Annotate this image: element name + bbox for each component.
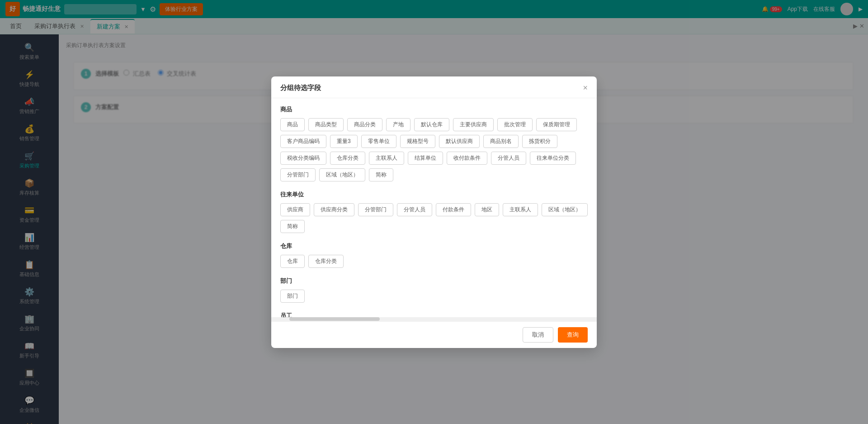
field-tag[interactable]: 分管部门 — [358, 203, 393, 216]
field-tag[interactable]: 付款条件 — [436, 203, 471, 216]
modal-footer: 取消 查询 — [271, 321, 597, 348]
field-tag[interactable]: 主要供应商 — [453, 118, 494, 131]
modal-close-button[interactable]: × — [583, 84, 588, 92]
field-tag[interactable]: 主联系人 — [503, 203, 538, 216]
field-tag[interactable]: 商品别名 — [483, 135, 519, 148]
field-tag[interactable]: 批次管理 — [497, 118, 533, 131]
field-tag[interactable]: 供应商 — [280, 203, 310, 216]
field-tag[interactable]: 商品类型 — [308, 118, 344, 131]
field-tag[interactable]: 主联系人 — [369, 152, 404, 165]
field-tag[interactable]: 仓库 — [280, 255, 305, 268]
field-tag[interactable]: 简称 — [280, 220, 305, 233]
field-tag[interactable]: 简称 — [369, 168, 393, 181]
field-tag[interactable]: 仓库分类 — [308, 255, 344, 268]
field-tag[interactable]: 保质期管理 — [536, 118, 577, 131]
field-tag[interactable]: 部门 — [280, 290, 305, 303]
cancel-button[interactable]: 取消 — [523, 327, 553, 343]
field-tag[interactable]: 规格型号 — [400, 135, 435, 148]
field-tag[interactable]: 区域（地区） — [542, 203, 588, 216]
field-tag[interactable]: 供应商分类 — [314, 203, 354, 216]
modal-overlay: 分组待选字段 × 商品 商品 商品类型 商品分类 产地 默认仓库 主要供应商 批… — [0, 0, 868, 424]
warehouse-fields: 仓库 仓库分类 — [280, 255, 588, 268]
field-tag[interactable]: 重量3 — [330, 135, 358, 148]
field-tag[interactable]: 商品分类 — [347, 118, 382, 131]
horizontal-scrollbar[interactable] — [271, 317, 597, 321]
field-tag[interactable]: 默认仓库 — [414, 118, 449, 131]
field-tag[interactable]: 仓库分类 — [330, 152, 365, 165]
field-tag[interactable]: 分管人员 — [397, 203, 432, 216]
field-tag[interactable]: 地区 — [475, 203, 499, 216]
product-fields: 商品 商品类型 商品分类 产地 默认仓库 主要供应商 批次管理 保质期管理 客户… — [280, 118, 588, 181]
field-tag[interactable]: 客户商品编码 — [280, 135, 326, 148]
modal-header: 分组待选字段 × — [271, 76, 597, 98]
modal-body: 商品 商品 商品类型 商品分类 产地 默认仓库 主要供应商 批次管理 保质期管理… — [271, 98, 597, 318]
field-tag[interactable]: 区域（地区） — [319, 168, 365, 181]
field-tag[interactable]: 产地 — [386, 118, 410, 131]
field-tag[interactable]: 零售单位 — [361, 135, 396, 148]
ok-button[interactable]: 查询 — [558, 327, 588, 343]
field-tag[interactable]: 税收分类编码 — [280, 152, 326, 165]
section-counterpart: 往来单位 供应商 供应商分类 分管部门 分管人员 付款条件 地区 主联系人 区域… — [280, 191, 588, 233]
field-tag[interactable]: 分管人员 — [491, 152, 526, 165]
section-product-title: 商品 — [280, 105, 588, 114]
field-tag[interactable]: 往来单位分类 — [530, 152, 576, 165]
department-fields: 部门 — [280, 290, 588, 303]
section-warehouse: 仓库 仓库 仓库分类 — [280, 242, 588, 268]
section-department-title: 部门 — [280, 277, 588, 285]
counterpart-fields: 供应商 供应商分类 分管部门 分管人员 付款条件 地区 主联系人 区域（地区） … — [280, 203, 588, 233]
field-select-modal: 分组待选字段 × 商品 商品 商品类型 商品分类 产地 默认仓库 主要供应商 批… — [271, 76, 597, 348]
section-counterpart-title: 往来单位 — [280, 191, 588, 199]
field-tag[interactable]: 结算单位 — [408, 152, 443, 165]
field-tag[interactable]: 收付款条件 — [447, 152, 487, 165]
field-tag[interactable]: 商品 — [280, 118, 305, 131]
field-tag[interactable]: 拣货积分 — [522, 135, 557, 148]
section-employee: 员工 业务员 — [280, 312, 588, 318]
modal-title: 分组待选字段 — [280, 84, 321, 92]
field-tag[interactable]: 分管部门 — [280, 168, 316, 181]
h-scroll-thumb[interactable] — [289, 317, 380, 321]
section-warehouse-title: 仓库 — [280, 242, 588, 250]
section-product: 商品 商品 商品类型 商品分类 产地 默认仓库 主要供应商 批次管理 保质期管理… — [280, 105, 588, 181]
section-employee-title: 员工 — [280, 312, 588, 318]
section-department: 部门 部门 — [280, 277, 588, 303]
field-tag[interactable]: 默认供应商 — [439, 135, 480, 148]
